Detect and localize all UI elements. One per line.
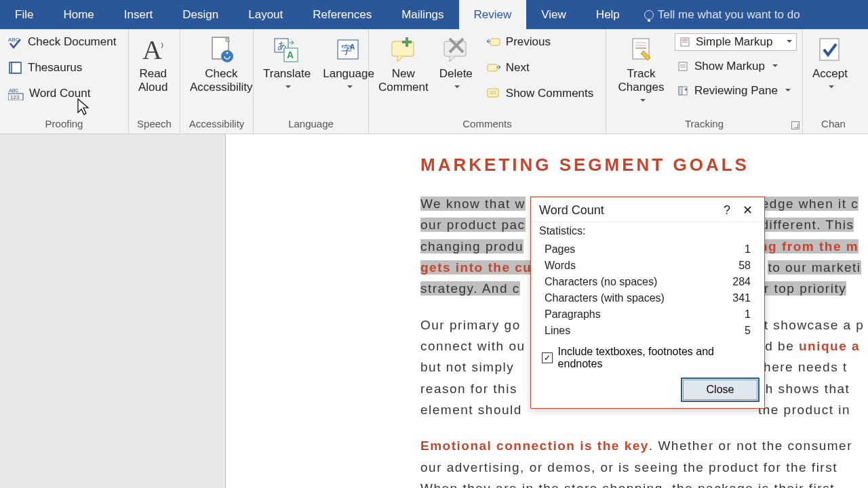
- group-speech: A Read Aloud Speech: [129, 29, 180, 134]
- svg-point-9: [226, 52, 229, 54]
- check-document-icon: ABC: [8, 35, 23, 49]
- reviewing-pane-label: Reviewing Pane: [694, 84, 778, 98]
- check-accessibility-label: Check Accessibility: [190, 67, 253, 95]
- dialog-help-button[interactable]: ?: [717, 203, 737, 218]
- previous-comment-icon: [486, 36, 501, 48]
- svg-rect-33: [679, 62, 687, 70]
- svg-rect-21: [490, 39, 500, 45]
- heading: MARKETING SEGMENT GOALS: [420, 155, 868, 176]
- ribbon: ABC Check Document Thesaurus ABC123 Word…: [0, 29, 868, 134]
- left-margin: [225, 134, 326, 488]
- svg-text:123: 123: [10, 94, 20, 100]
- group-language: あA Translate 字A Language Language: [254, 29, 369, 134]
- accept-label: Accept: [812, 67, 848, 95]
- thesaurus-button[interactable]: Thesaurus: [5, 59, 119, 77]
- next-label: Next: [506, 61, 530, 75]
- tab-home[interactable]: Home: [48, 0, 108, 29]
- new-comment-button[interactable]: New Comment: [374, 32, 433, 95]
- statistics-list: Pages1 Words58 Characters (no spaces)284…: [531, 241, 764, 339]
- read-aloud-icon: A: [140, 35, 167, 66]
- dialog-title: Word Count: [539, 203, 604, 218]
- dialog-close-x[interactable]: ✕: [737, 203, 757, 218]
- accept-button[interactable]: Accept: [808, 32, 852, 95]
- checkbox-icon: ✓: [542, 352, 553, 363]
- tab-layout[interactable]: Layout: [233, 0, 298, 29]
- reviewing-pane-button[interactable]: Reviewing Pane: [675, 82, 797, 100]
- show-comments-label: Show Comments: [506, 87, 593, 100]
- tab-review[interactable]: Review: [459, 0, 527, 29]
- translate-label: Translate: [263, 67, 311, 95]
- show-comments-button[interactable]: Show Comments: [484, 85, 596, 102]
- show-markup-label: Show Markup: [694, 60, 765, 73]
- group-label: Comments: [374, 117, 600, 134]
- show-markup-button[interactable]: Show Markup: [675, 58, 797, 75]
- translate-button[interactable]: あA Translate: [259, 32, 315, 95]
- group-label: Accessibility: [186, 117, 248, 134]
- dialog-close-button[interactable]: Close: [683, 380, 757, 400]
- next-comment-icon: [486, 62, 501, 74]
- group-changes: Accept Chan: [803, 29, 864, 134]
- tab-design[interactable]: Design: [167, 0, 233, 29]
- display-for-review-dropdown[interactable]: Simple Markup: [675, 33, 797, 51]
- tab-mailings[interactable]: Mailings: [387, 0, 458, 29]
- svg-text:A: A: [142, 36, 162, 64]
- tell-me-label: Tell me what you want to do: [658, 8, 800, 22]
- check-document-label: Check Document: [28, 35, 116, 49]
- group-proofing: ABC Check Document Thesaurus ABC123 Word…: [0, 29, 129, 134]
- reviewing-pane-icon: [677, 85, 690, 96]
- translate-icon: あA: [272, 35, 302, 66]
- new-comment-icon: [388, 35, 419, 66]
- svg-text:A: A: [287, 49, 294, 60]
- stat-paragraphs: Paragraphs1: [531, 306, 764, 323]
- svg-rect-19: [402, 41, 412, 43]
- stat-pages: Pages1: [531, 241, 764, 258]
- group-label: Chan: [808, 117, 859, 134]
- delete-comment-button[interactable]: Delete: [435, 32, 477, 95]
- language-label: Language: [323, 67, 374, 95]
- group-accessibility: Check Accessibility Accessibility: [180, 29, 254, 134]
- language-icon: 字A: [334, 35, 363, 66]
- dialog-subtitle: Statistics:: [531, 222, 764, 241]
- svg-text:ABC: ABC: [9, 88, 18, 93]
- tracking-launcher[interactable]: [791, 121, 800, 129]
- read-aloud-button[interactable]: A Read Aloud: [134, 32, 172, 95]
- track-changes-button[interactable]: Track Changes: [612, 32, 671, 108]
- show-markup-icon: [677, 61, 690, 72]
- thesaurus-icon: [8, 61, 23, 75]
- stat-words: Words58: [531, 258, 764, 274]
- word-count-button[interactable]: ABC123 Word Count: [5, 85, 119, 102]
- svg-rect-17: [392, 41, 414, 56]
- previous-comment-button[interactable]: Previous: [484, 33, 596, 51]
- include-textboxes-checkbox[interactable]: ✓ Include textboxes, footnotes and endno…: [531, 339, 764, 374]
- tab-view[interactable]: View: [526, 0, 581, 29]
- svg-rect-38: [820, 39, 839, 60]
- show-comments-icon: [486, 87, 501, 100]
- checkbox-label: Include textboxes, footnotes and endnote…: [558, 346, 756, 370]
- stat-chars-space: Characters (with spaces)341: [531, 290, 764, 306]
- bulb-icon: [644, 10, 654, 20]
- stat-chars-nospace: Characters (no spaces)284: [531, 274, 764, 290]
- tab-insert[interactable]: Insert: [109, 0, 168, 29]
- word-count-dialog: Word Count ? ✕ Statistics: Pages1 Words5…: [530, 197, 765, 409]
- svg-rect-37: [679, 87, 682, 95]
- tell-me-search[interactable]: Tell me what you want to do: [635, 0, 810, 29]
- tab-help[interactable]: Help: [581, 0, 635, 29]
- accept-icon: [816, 35, 844, 66]
- previous-label: Previous: [506, 35, 551, 49]
- next-comment-button[interactable]: Next: [484, 59, 596, 77]
- paragraph-3: Emotional connection is the key. Whether…: [420, 435, 868, 488]
- accessibility-icon: [207, 35, 235, 66]
- display-label: Simple Markup: [696, 35, 772, 49]
- markup-icon: [679, 37, 692, 47]
- word-count-icon: ABC123: [8, 87, 24, 100]
- group-label: Tracking: [612, 117, 797, 134]
- group-label: Proofing: [5, 117, 123, 134]
- dialog-titlebar: Word Count ? ✕: [531, 197, 764, 222]
- check-accessibility-button[interactable]: Check Accessibility: [186, 32, 257, 95]
- thesaurus-label: Thesaurus: [28, 61, 82, 75]
- svg-text:A: A: [350, 43, 355, 51]
- check-document-button[interactable]: ABC Check Document: [5, 33, 119, 51]
- group-tracking: Track Changes Simple Markup Show Markup …: [606, 29, 803, 134]
- tab-references[interactable]: References: [298, 0, 387, 29]
- tab-file[interactable]: File: [0, 0, 48, 29]
